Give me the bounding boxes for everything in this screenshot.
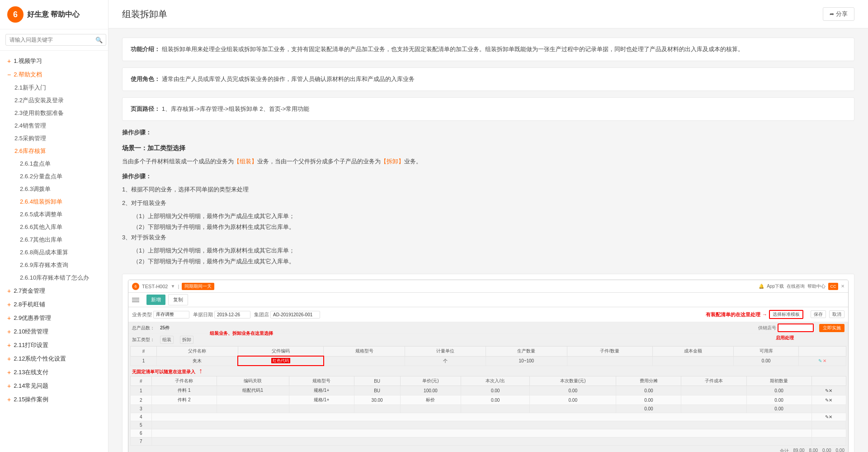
sidebar-sub-transfer[interactable]: 2.6.3调拨单 xyxy=(0,183,108,195)
sidebar-sub-cost-recalc[interactable]: 2.6.8商品成本重算 xyxy=(0,246,108,259)
sidebar-sub-data-prep[interactable]: 2.3使用前数据准备 xyxy=(0,107,108,119)
share-button[interactable]: ➦ 分享 xyxy=(823,7,854,21)
th-c-init-qty: 期初数量 xyxy=(746,376,811,386)
sidebar-sub-purchase[interactable]: 2.5采购管理 xyxy=(0,132,108,145)
sidebar-sub-stock-fix[interactable]: 2.6.10库存账本错了怎么办 xyxy=(0,271,108,284)
sidebar-sub-inventory[interactable]: 2.6库存核算 xyxy=(0,145,108,157)
td-c-inout: 0.00 xyxy=(461,386,530,395)
td-spec xyxy=(324,356,405,366)
expand-icon-coupon: + xyxy=(7,314,11,322)
sidebar-item-mobile-label: 2.8手机旺铺 xyxy=(14,300,45,309)
sidebar-item-cases[interactable]: + 2.15操作案例 xyxy=(0,393,108,406)
footer-total-label: 合计 xyxy=(780,448,789,452)
sidebar-item-faq[interactable]: + 2.14常见问题 xyxy=(0,379,108,393)
topbar-help-link[interactable]: 帮助中心 xyxy=(807,283,826,290)
topbar-period-btn[interactable]: 同期期间一天 xyxy=(182,283,214,290)
c2-row-icon[interactable]: ✎✕ xyxy=(825,398,832,403)
form-label-store: 集团店 xyxy=(254,311,269,318)
td-c5-num: 5 xyxy=(131,421,152,429)
form-input-biz[interactable] xyxy=(153,311,189,319)
topbar-id: TEST-H002 xyxy=(142,284,168,289)
td-c6-empty xyxy=(151,429,811,438)
parent-table-container: # 父件名称 父件编码 规格型号 计量单位 生产数量 子件/数量 成本金额 可用… xyxy=(128,346,848,366)
annotation-type-select: 组装业务、拆卸业务在这里选择 xyxy=(210,330,273,337)
sidebar-item-mobile[interactable]: + 2.8手机旺铺 xyxy=(0,298,108,311)
topbar-left: 6 TEST-H002 ▼ | 同期期间一天 xyxy=(132,283,214,290)
td-c6-act xyxy=(811,429,846,438)
th-parent-num: # xyxy=(131,347,157,357)
annotation-arrow1: → xyxy=(762,312,767,317)
td-c3-bu xyxy=(354,405,400,413)
sidebar-item-videos-label: 1.视频学习 xyxy=(14,57,42,65)
topbar-chat-link[interactable]: 在线咨询 xyxy=(787,283,805,290)
row-icon1[interactable]: ✎ xyxy=(818,358,822,363)
sidebar-sub-other-in[interactable]: 2.6.6其他入库单 xyxy=(0,221,108,233)
search-store-label: 供销店号 xyxy=(758,325,776,331)
step2-sub1: （1）上部明细为父件明细，最终作为产成品生成其它入库单； xyxy=(122,211,854,221)
th-c-action xyxy=(811,376,846,386)
type-tag-assembly[interactable]: 组装 xyxy=(160,336,174,344)
annotation-has-bom: 有装配清单的在这里处理 → 选择标准模板 xyxy=(706,310,803,319)
sidebar-sub-partial-stock[interactable]: 2.6.2分量盘点单 xyxy=(0,170,108,183)
td-c6-num: 6 xyxy=(131,429,152,438)
search-icon[interactable]: 🔍 xyxy=(95,37,103,43)
sidebar-item-coupon[interactable]: + 2.9优惠券管理 xyxy=(0,311,108,325)
td-c3-act xyxy=(811,405,846,413)
form-label-biz: 业务类型 xyxy=(132,311,152,318)
app-tab-new[interactable]: 新增 xyxy=(146,295,165,305)
td-c3-inout xyxy=(461,405,530,413)
sidebar-sub-assembly[interactable]: 2.6.4组装拆卸单 xyxy=(0,195,108,208)
app-logo-icon: 6 xyxy=(132,283,139,290)
form-btn-cancel[interactable]: 取消 xyxy=(829,310,844,318)
topbar-right: 🔔 App下载 在线咨询 帮助中心 CC ✕ xyxy=(759,283,844,290)
th-child-qty: 子件/数量 xyxy=(567,347,652,357)
sidebar-item-videos[interactable]: + 1.视频学习 xyxy=(0,54,108,68)
sidebar-item-helpdocs[interactable]: − 2.帮助文档 xyxy=(0,68,108,81)
search-input[interactable] xyxy=(5,34,106,46)
td-unit: 个 xyxy=(405,356,486,366)
path-label: 页面路径： xyxy=(131,105,160,112)
td-c3-qty xyxy=(530,405,616,413)
c-row-icon[interactable]: ✎✕ xyxy=(825,388,832,393)
td-c3-num: 3 xyxy=(131,405,152,413)
table-row: 6 xyxy=(131,429,846,438)
td-c3-spec xyxy=(289,405,354,413)
count-label: 总产品数： xyxy=(132,325,155,331)
scenario1-title: 场景一：加工类型选择 xyxy=(122,144,854,152)
collapse-icon-helpdocs: − xyxy=(7,71,11,78)
th-parent-code: 父件编码 xyxy=(238,347,324,357)
type-tag-disassembly[interactable]: 拆卸 xyxy=(180,336,193,344)
td-c-price: 100.00 xyxy=(400,386,461,395)
td-c4-empty xyxy=(151,413,811,421)
app-tab-copy[interactable]: 复制 xyxy=(168,294,188,305)
sidebar-item-management-label: 2.10经营管理 xyxy=(14,328,48,336)
form-input-store[interactable] xyxy=(270,311,320,319)
search-store-input[interactable] xyxy=(778,324,814,332)
sidebar-item-customization[interactable]: + 2.12系统个性化设置 xyxy=(0,352,108,366)
expand-icon-management: + xyxy=(7,328,11,335)
apply-btn[interactable]: 立即实施 xyxy=(819,324,844,332)
form-btn-save[interactable]: 保存 xyxy=(811,310,826,318)
topbar-close-icon[interactable]: ✕ xyxy=(841,284,844,289)
row-icon2[interactable]: ✕ xyxy=(823,358,826,363)
sidebar-sub-other-out[interactable]: 2.6.7其他出库单 xyxy=(0,233,108,246)
select-template-btn[interactable]: 选择标准模板 xyxy=(769,310,803,319)
sidebar-sub-cost-adjust[interactable]: 2.6.5成本调整单 xyxy=(0,208,108,221)
sidebar-item-finance[interactable]: + 2.7资金管理 xyxy=(0,284,108,298)
c4-row-icon[interactable]: ✎✕ xyxy=(825,414,832,419)
sidebar-sub-install[interactable]: 2.2产品安装及登录 xyxy=(0,94,108,107)
sidebar-sub-stocktaking[interactable]: 2.6.1盘点单 xyxy=(0,157,108,170)
td-prod-qty: 10~100 xyxy=(486,356,567,366)
topbar-dropdown-icon: ▼ xyxy=(170,284,175,289)
sidebar-item-print[interactable]: + 2.11打印设置 xyxy=(0,338,108,352)
intro-block: 功能介绍： 组装拆卸单用来处理企业组装或拆卸等加工业务，支持有固定装配清单的产品… xyxy=(122,38,854,61)
footer-val3: 0.00 xyxy=(822,448,831,452)
expand-icon-payment: + xyxy=(7,369,11,376)
sidebar-item-payment[interactable]: + 2.13在线支付 xyxy=(0,366,108,379)
sidebar-sub-sales[interactable]: 2.4销售管理 xyxy=(0,119,108,132)
topbar-app-link[interactable]: App下载 xyxy=(767,283,784,290)
sidebar-sub-stock-query[interactable]: 2.6.9库存账本查询 xyxy=(0,259,108,271)
sidebar-sub-newbie[interactable]: 2.1新手入门 xyxy=(0,81,108,94)
sidebar-item-management[interactable]: + 2.10经营管理 xyxy=(0,325,108,338)
form-input-date[interactable] xyxy=(214,311,250,319)
